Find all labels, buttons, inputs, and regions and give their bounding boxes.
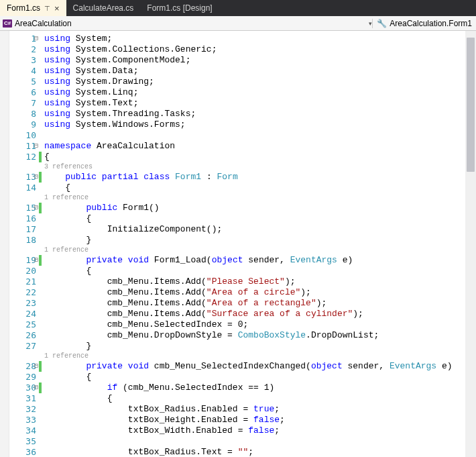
code-line[interactable]: ⊟namespace AreaCalculation: [42, 141, 476, 152]
code-line[interactable]: using System.Windows.Forms;: [42, 119, 476, 130]
line-number: 36: [9, 447, 36, 457]
change-indicator: [39, 172, 42, 183]
code-line[interactable]: ⊟ public Form1(): [42, 203, 476, 213]
line-number: 22: [9, 287, 36, 298]
pin-icon[interactable]: ⊤: [44, 5, 50, 12]
code-line[interactable]: using System.Linq;: [42, 87, 476, 98]
code-line[interactable]: txtBox_Radius.Text = "";: [42, 447, 476, 457]
tab-form1-design[interactable]: Form1.cs [Design]: [140, 0, 219, 16]
csharp-icon: C#: [3, 19, 12, 28]
line-number: 18: [9, 235, 36, 246]
line-number: [9, 246, 36, 255]
code-line[interactable]: using System.Collections.Generic;: [42, 44, 476, 55]
line-number: 10: [9, 130, 36, 141]
codelens-references[interactable]: 1 reference: [42, 193, 476, 203]
code-line[interactable]: ⊟using System;: [42, 34, 476, 44]
line-number: 21: [9, 276, 36, 287]
nav-type-label: AreaCalculation.Form1: [390, 19, 472, 28]
line-number: 35: [9, 436, 36, 447]
code-line[interactable]: {: [42, 213, 476, 224]
line-number: 4: [9, 66, 36, 77]
code-line[interactable]: {: [42, 393, 476, 404]
line-number: 33: [9, 415, 36, 425]
line-number: 26: [9, 330, 36, 341]
line-number: 12: [9, 152, 36, 162]
line-number: 31: [9, 393, 36, 404]
line-number: [9, 193, 36, 203]
code-line[interactable]: {: [42, 266, 476, 276]
change-indicator: [39, 152, 42, 162]
document-tabs: Form1.cs ⊤ × CalculateArea.cs Form1.cs […: [0, 0, 476, 16]
line-number: 2: [9, 44, 36, 55]
tab-label: CalculateArea.cs: [73, 3, 134, 13]
line-number: [9, 162, 36, 172]
code-line[interactable]: using System.Drawing;: [42, 77, 476, 87]
code-line[interactable]: ⊟ private void Form1_Load(object sender,…: [42, 255, 476, 266]
line-number: 23: [9, 298, 36, 309]
code-line[interactable]: {: [42, 183, 476, 193]
line-number: 17: [9, 224, 36, 235]
code-line[interactable]: {: [42, 152, 476, 162]
code-line[interactable]: cmb_Menu.Items.Add("Area of a rectangle"…: [42, 298, 476, 309]
line-number: 7: [9, 98, 36, 109]
code-line[interactable]: {: [42, 372, 476, 383]
code-line[interactable]: txtBox_Radius.Enabled = true;: [42, 404, 476, 415]
nav-scope-label: AreaCalculation: [15, 19, 72, 28]
codelens-references[interactable]: 3 references: [42, 162, 476, 172]
nav-scope-dropdown[interactable]: C# AreaCalculation: [0, 19, 367, 28]
codelens-references[interactable]: 1 reference: [42, 246, 476, 255]
code-line[interactable]: using System.ComponentModel;: [42, 55, 476, 66]
code-line[interactable]: cmb_Menu.Items.Add("Surface area of a cy…: [42, 309, 476, 319]
code-line[interactable]: ⊟ if (cmb_Menu.SelectedIndex == 1): [42, 383, 476, 393]
change-indicator: [39, 361, 42, 372]
code-line[interactable]: cmb_Menu.Items.Add("Please Select");: [42, 276, 476, 287]
change-indicator: [39, 383, 42, 393]
code-line[interactable]: [42, 436, 476, 447]
line-number: 8: [9, 109, 36, 119]
code-line[interactable]: using System.Data;: [42, 66, 476, 77]
line-number: 16: [9, 213, 36, 224]
code-line[interactable]: cmb_Menu.SelectedIndex = 0;: [42, 319, 476, 330]
fold-toggle[interactable]: ⊟: [32, 141, 40, 152]
code-line[interactable]: cmb_Menu.Items.Add("Area of a circle");: [42, 287, 476, 298]
fold-toggle[interactable]: ⊟: [32, 34, 40, 44]
line-number: 20: [9, 266, 36, 276]
scrollbar-thumb[interactable]: [467, 38, 475, 172]
code-line[interactable]: ⊟ private void cmb_Menu_SelectedIndexCha…: [42, 361, 476, 372]
line-number: 32: [9, 404, 36, 415]
nav-type-dropdown[interactable]: 🔧 AreaCalculation.Form1: [372, 19, 476, 28]
line-number: 5: [9, 77, 36, 87]
code-line[interactable]: ⊟ public partial class Form1 : Form: [42, 172, 476, 183]
vertical-scrollbar[interactable]: [465, 31, 476, 457]
tab-calculatearea-cs[interactable]: CalculateArea.cs: [66, 0, 141, 16]
line-number: [9, 352, 36, 361]
code-line[interactable]: txtBox_Height.Enabled = false;: [42, 415, 476, 425]
line-number: 29: [9, 372, 36, 383]
code-line[interactable]: [42, 130, 476, 141]
codelens-references[interactable]: 1 reference: [42, 352, 476, 361]
line-number: 25: [9, 319, 36, 330]
code-text-area[interactable]: ⊟using System;using System.Collections.G…: [42, 31, 476, 457]
line-number: 3: [9, 55, 36, 66]
code-line[interactable]: using System.Text;: [42, 98, 476, 109]
code-line[interactable]: using System.Threading.Tasks;: [42, 109, 476, 119]
line-number: 34: [9, 425, 36, 436]
code-line[interactable]: }: [42, 235, 476, 246]
tab-label: Form1.cs [Design]: [147, 3, 212, 13]
line-number: 6: [9, 87, 36, 98]
code-editor: 1234567891011121314151617181920212223242…: [0, 31, 476, 457]
navigation-bar: C# AreaCalculation ▾ 🔧 AreaCalculation.F…: [0, 16, 476, 31]
code-line[interactable]: cmb_Menu.DropDownStyle = ComboBoxStyle.D…: [42, 330, 476, 341]
tab-label: Form1.cs: [7, 3, 40, 13]
wrench-icon: 🔧: [377, 19, 387, 28]
close-icon[interactable]: ×: [54, 3, 60, 13]
tab-form1-cs[interactable]: Form1.cs ⊤ ×: [0, 0, 66, 16]
code-line[interactable]: InitializeComponent();: [42, 224, 476, 235]
code-line[interactable]: txtBox_Width.Enabled = false;: [42, 425, 476, 436]
line-number: 9: [9, 119, 36, 130]
change-indicator: [39, 203, 42, 213]
change-indicator: [39, 255, 42, 266]
code-line[interactable]: }: [42, 341, 476, 352]
line-number: 24: [9, 309, 36, 319]
line-number: 14: [9, 183, 36, 193]
